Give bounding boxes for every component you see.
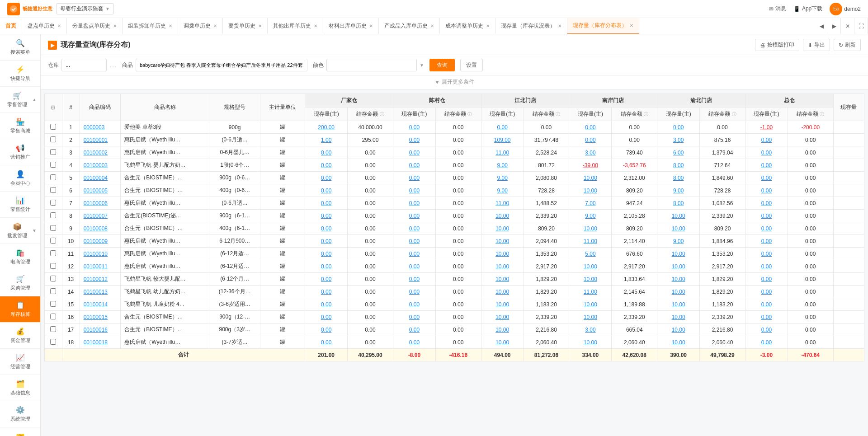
row-na-qty[interactable]: 9.00 [569,210,612,222]
row-c-qty[interactable]: 0.00 [393,197,435,210]
row-jb-qty[interactable]: 11.00 [481,197,524,210]
row-t-qty[interactable]: 0.00 [745,235,788,248]
row-c-qty[interactable]: 0.00 [393,134,435,146]
row-code[interactable]: 00100018 [80,336,121,349]
sidebar-item-wholesale[interactable]: 📦 批发管理 ▼ [0,218,40,244]
row-t-qty[interactable]: 0.00 [745,298,788,311]
row-f-qty[interactable]: 0.00 [305,146,348,159]
export-btn[interactable]: ⬇ 导出 [803,39,830,51]
row-checkbox[interactable] [50,339,56,345]
row-jb-qty[interactable]: 109.00 [481,134,524,146]
row-yb-qty[interactable]: 10.00 [657,286,700,298]
tab-stock-dist[interactable]: 现存量（库存分布表） ✕ [567,18,639,34]
row-f-qty[interactable]: 0.00 [305,323,348,336]
row-t-qty[interactable]: 0.00 [745,260,788,273]
row-f-qty[interactable]: 0.00 [305,197,348,210]
close-icon[interactable]: ✕ [558,23,561,28]
row-checkbox[interactable] [50,174,56,180]
table-container[interactable]: ⚙ # 商品编码 商品名称 规格型号 主计量单位 厂家仓 陈村仓 江北门店 南岸… [41,90,868,436]
row-t-qty[interactable]: 0.00 [745,184,788,197]
tab-cost-adjust[interactable]: 成本调整单历史 ✕ [440,18,495,34]
row-select[interactable] [45,311,62,323]
row-jb-qty[interactable]: 10.00 [481,222,524,235]
row-f-qty[interactable]: 0.00 [305,172,348,184]
row-code[interactable]: 00100013 [80,286,121,298]
row-yb-qty[interactable]: 8.00 [657,197,700,210]
tab-material-out[interactable]: 材料出库单历史 ✕ [323,18,379,34]
row-c-qty[interactable]: 0.00 [393,222,435,235]
row-select[interactable] [45,121,62,134]
color-input[interactable] [326,59,417,71]
tab-close-btn[interactable]: ✕ [841,18,854,34]
row-c-qty[interactable]: 0.00 [393,248,435,260]
tab-stock-status[interactable]: 现存量（库存状况表） ✕ [495,18,567,34]
row-yb-qty[interactable]: 9.00 [657,235,700,248]
row-checkbox[interactable] [50,301,56,307]
tab-other-out[interactable]: 其他出库单历史 ✕ [268,18,323,34]
row-select[interactable] [45,298,62,311]
tab-order-goods[interactable]: 要货单历史 ✕ [223,18,268,34]
row-c-qty[interactable]: 0.00 [393,172,435,184]
row-select[interactable] [45,248,62,260]
tab-sub-inventory[interactable]: 分量盘点单历史 ✕ [67,18,123,34]
row-select[interactable] [45,146,62,159]
row-select[interactable] [45,172,62,184]
row-jb-qty[interactable]: 10.00 [481,286,524,298]
info-icon[interactable]: ⓘ [644,112,648,117]
row-select[interactable] [45,134,62,146]
row-jb-qty[interactable]: 10.00 [481,235,524,248]
row-c-qty[interactable]: 0.00 [393,260,435,273]
row-select[interactable] [45,286,62,298]
row-t-qty[interactable]: 0.00 [745,273,788,286]
sidebar-item-enterprise[interactable]: 🤝 企业协同 [0,427,40,436]
info-icon[interactable]: ⓘ [467,112,472,117]
row-jb-qty[interactable]: 0.00 [481,121,524,134]
row-yb-qty[interactable]: 8.00 [657,159,700,172]
row-yb-qty[interactable]: 6.00 [657,146,700,159]
sidebar-item-system[interactable]: ⚙️ 系统管理 [0,401,40,427]
row-f-qty[interactable]: 0.00 [305,336,348,349]
row-c-qty[interactable]: 0.00 [393,121,435,134]
row-yb-qty[interactable]: 10.00 [657,210,700,222]
tab-inventory-point[interactable]: 盘点单历史 ✕ [22,18,67,34]
row-select[interactable] [45,197,62,210]
tab-product-in[interactable]: 产成品入库单历史 ✕ [379,18,440,34]
row-jb-qty[interactable]: 11.00 [481,146,524,159]
sidebar-item-operations[interactable]: 📈 经营管理 [0,349,40,375]
row-checkbox[interactable] [50,276,56,281]
info-icon[interactable]: ⓘ [380,112,384,117]
tab-nav-next[interactable]: ▶ [828,18,841,34]
row-f-qty[interactable]: 0.00 [305,248,348,260]
row-na-qty[interactable]: -39.00 [569,159,612,172]
row-checkbox[interactable] [50,162,56,168]
row-code[interactable]: 00100015 [80,311,121,323]
row-f-qty[interactable]: 0.00 [305,222,348,235]
close-icon[interactable]: ✕ [169,23,172,28]
tab-nav-prev[interactable]: ◀ [816,18,828,34]
row-f-qty[interactable]: 0.00 [305,286,348,298]
row-checkbox[interactable] [50,314,56,319]
row-yb-qty[interactable]: 10.00 [657,336,700,349]
row-na-qty[interactable]: 11.00 [569,235,612,248]
row-checkbox[interactable] [50,212,56,218]
row-code[interactable]: 00100003 [80,159,121,172]
row-jb-qty[interactable]: 9.00 [481,159,524,172]
row-yb-qty[interactable]: 10.00 [657,248,700,260]
row-code[interactable]: 00100008 [80,222,121,235]
row-na-qty[interactable]: 10.00 [569,273,612,286]
close-icon[interactable]: ✕ [213,23,217,28]
row-yb-qty[interactable]: 10.00 [657,323,700,336]
close-icon[interactable]: ✕ [258,23,262,28]
close-icon[interactable]: ✕ [430,23,434,28]
sidebar-item-retail-stats[interactable]: 📊 零售统计 [0,192,40,218]
close-icon[interactable]: ✕ [369,23,373,28]
row-c-qty[interactable]: 0.00 [393,184,435,197]
row-code[interactable]: 00100014 [80,298,121,311]
row-f-qty[interactable]: 0.00 [305,298,348,311]
refresh-btn[interactable]: ↻ 刷新 [834,39,861,51]
info-icon[interactable]: ⓘ [556,112,560,117]
row-checkbox[interactable] [50,200,56,206]
sidebar-item-finance[interactable]: 💰 资金管理 [0,323,40,349]
warehouse-input[interactable] [61,59,107,71]
col-gear[interactable]: ⚙ [45,94,62,121]
